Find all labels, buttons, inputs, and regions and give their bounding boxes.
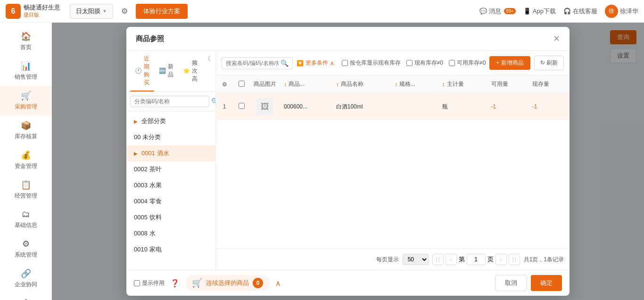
category-item-0001[interactable]: ▶ 0001 酒水 [126, 145, 215, 161]
sidebar-item-operations[interactable]: 📋 经营管理 [0, 175, 51, 205]
sidebar-item-home[interactable]: 🏠 首页 [0, 26, 51, 56]
show-disabled-checkbox[interactable]: 显示停用 [134, 279, 165, 287]
sidebar-item-enterprise[interactable]: 🔗 企业协同 [0, 264, 51, 293]
th-product-name: ↕ 商品名称 [332, 75, 391, 93]
th-spec-label: 规格... [399, 80, 415, 88]
demo-button[interactable]: 体验行业方案 [136, 4, 188, 19]
sort-icon-spec: ↕ [395, 81, 397, 88]
row-checkbox-cell [233, 93, 250, 120]
tab-new-products[interactable]: 🆕 新品 [154, 51, 178, 92]
checkbox-available-stock-input[interactable] [406, 60, 413, 66]
category-item-0004[interactable]: 0004 零食 [126, 193, 215, 209]
row-stock: -1 [528, 93, 570, 120]
sidebar-item-finance[interactable]: 💰 资金管理 [0, 145, 51, 175]
warehouse-selector[interactable]: 日太阳膜 ▼ [70, 4, 113, 19]
settings-icon[interactable]: ⚙ [117, 4, 132, 19]
last-page-button[interactable]: ⟩⟩ [509, 254, 520, 265]
user-avatar[interactable]: 徐 徐泽华 [605, 5, 638, 18]
tab-recent-purchase[interactable]: 🕐 近期购买 [130, 51, 154, 92]
cart-label: 连续选择的商品 [206, 279, 249, 287]
cart-button[interactable]: 🛒 连续选择的商品 0 [185, 275, 270, 291]
sidebar-item-inventory[interactable]: 📦 库存核算 [0, 116, 51, 145]
checkbox-by-warehouse[interactable]: 按仓库显示现有库存 [342, 59, 401, 67]
category-list: ▶ 全部分类 00 未分类 ▶ 0001 酒水 0002 茶 [126, 111, 215, 270]
messages-button[interactable]: 💬 消息 99+ [479, 7, 516, 16]
sidebar-item-system[interactable]: ⚙ 系统管理 [0, 234, 51, 264]
cart-count-badge: 0 [253, 278, 263, 288]
th-stock: 现存量 [528, 75, 570, 93]
category-item-uncategorized[interactable]: 00 未分类 [126, 129, 215, 145]
search-icon[interactable]: 🔍 [211, 98, 216, 105]
expand-icon[interactable]: ∧ [275, 279, 281, 288]
row-checkbox[interactable] [239, 103, 245, 109]
table-row[interactable]: 1 🖼 000600... 白酒100ml [216, 93, 570, 120]
active-arrow-icon: ▶ [134, 151, 138, 156]
sidebar-label-system: 系统管理 [15, 251, 37, 259]
category-search-input[interactable] [130, 96, 209, 107]
top-navbar: 6 畅捷通好生意 捷目版 日太阳膜 ▼ ⚙ 体验行业方案 💬 消息 99+ 📱 … [0, 0, 644, 23]
help-icon[interactable]: ❓ [170, 279, 180, 288]
th-unit: ↕ 主计量 [438, 75, 487, 93]
checkbox-usable-stock[interactable]: 可用库存≠0 [449, 59, 486, 67]
add-product-button[interactable]: + 新增商品 [489, 56, 530, 70]
confirm-button[interactable]: 确定 [531, 275, 562, 291]
online-service-button[interactable]: 🎧 在线客服 [563, 7, 597, 16]
recent-purchase-icon: 🕐 [135, 67, 142, 74]
product-search-input[interactable] [226, 60, 279, 67]
row-code: 000600... [280, 93, 332, 120]
page-nav: ⟨⟨ ＜ 第 页 ＞ ⟩⟩ [432, 254, 520, 265]
sales-icon: 📊 [21, 61, 31, 71]
tab-high-frequency[interactable]: ⭐ 频次高 [178, 51, 202, 92]
category-0005-label: 0005 饮料 [134, 213, 162, 222]
modal-header: 商品参照 ✕ [126, 27, 570, 51]
search-icon[interactable]: 🔍 [281, 59, 289, 67]
sidebar-item-guide[interactable]: 🎓 新手引导 [0, 293, 51, 300]
category-uncategorized-label: 00 未分类 [134, 133, 161, 142]
th-code-label: 商品... [289, 80, 305, 88]
search-bar: 🔍 🔽 更多条件 ∧ 按仓库显示现有库存 [216, 51, 570, 75]
page-input[interactable] [467, 254, 486, 265]
sort-icon-unit: ↕ [442, 81, 445, 88]
tab-recent-label: 近期购买 [144, 55, 149, 87]
category-item-0002[interactable]: 0002 茶叶 [126, 161, 215, 177]
high-freq-icon: ⭐ [183, 67, 190, 74]
sidebar-item-purchase[interactable]: 🛒 采购管理 [0, 86, 51, 116]
close-icon[interactable]: ✕ [553, 33, 560, 44]
message-icon: 💬 [479, 8, 487, 15]
category-item-0008[interactable]: 0008 水 [126, 225, 215, 242]
category-0010-label: 0010 家电 [134, 245, 162, 254]
select-all-checkbox[interactable] [239, 81, 245, 87]
app-download-button[interactable]: 📱 App下载 [523, 7, 556, 16]
cancel-button[interactable]: 取消 [495, 275, 527, 291]
row-product-img: 🖼 [250, 93, 280, 120]
sidebar-label-sales: 销售管理 [15, 73, 37, 81]
show-disabled-input[interactable] [134, 280, 140, 286]
new-products-icon: 🆕 [159, 67, 166, 74]
enterprise-icon: 🔗 [21, 268, 31, 279]
sidebar-item-basic-info[interactable]: 🗂 基础信息 [0, 205, 51, 234]
filter-button[interactable]: 🔽 更多条件 ∧ [297, 59, 334, 67]
table-body: 1 🖼 000600... 白酒100ml [216, 93, 570, 120]
sidebar-item-sales[interactable]: 📊 销售管理 [0, 56, 51, 86]
checkbox-available-stock[interactable]: 现有库存≠0 [406, 59, 443, 67]
logo-sub: 捷目版 [24, 11, 60, 18]
category-item-0005[interactable]: 0005 饮料 [126, 209, 215, 225]
category-item-0010[interactable]: 0010 家电 [126, 242, 215, 258]
checkbox-usable-stock-input[interactable] [449, 60, 455, 66]
checkbox-available-stock-label: 现有库存≠0 [414, 59, 443, 67]
category-item-0003[interactable]: 0003 水果 [126, 177, 215, 193]
next-page-button[interactable]: ＞ [495, 254, 507, 265]
th-stock-label: 现存量 [532, 81, 549, 87]
th-gear: ⚙ [216, 75, 233, 93]
checkbox-by-warehouse-input[interactable] [342, 60, 348, 66]
collapse-icon[interactable]: 《 [202, 51, 213, 92]
category-item-all[interactable]: ▶ 全部分类 [126, 113, 215, 129]
logo-icon: 6 [6, 4, 21, 19]
first-page-button[interactable]: ⟨⟨ [432, 254, 444, 265]
refresh-button[interactable]: ↻ 刷新 [534, 56, 564, 70]
category-0008-label: 0008 水 [134, 229, 156, 238]
gear-icon[interactable]: ⚙ [222, 81, 227, 88]
page-size-select[interactable]: 10 20 50 100 [403, 254, 429, 265]
prev-page-button[interactable]: ＜ [446, 254, 457, 265]
category-0003-label: 0003 水果 [134, 181, 162, 190]
